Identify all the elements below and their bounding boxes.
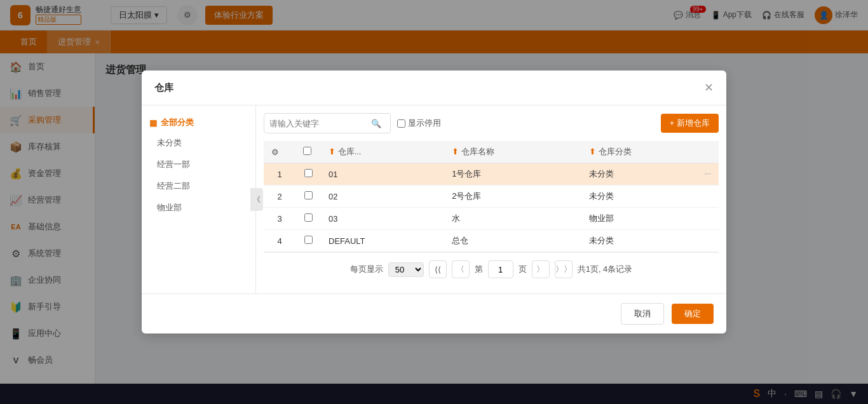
cancel-button[interactable]: 取消: [621, 303, 664, 325]
row-name: 水: [444, 208, 581, 230]
row-category: 未分类: [581, 230, 719, 252]
row-category: 未分类: [581, 185, 719, 208]
row-checkbox[interactable]: [304, 191, 313, 199]
modal-body: ▦ 全部分类 未分类 经营一部 经营二部 物业部 《: [142, 105, 726, 293]
modal-footer: 取消 确定: [142, 293, 726, 333]
sort-icon: ⬆: [329, 147, 336, 156]
row-checkbox-cell: [295, 230, 321, 252]
table-panel: 🔍 显示停用 + 新增仓库 ⚙: [256, 105, 726, 293]
page-label: 第: [475, 264, 483, 275]
sort-icon3: ⬆: [589, 147, 596, 156]
row-checkbox-cell: [295, 208, 321, 230]
search-box: 🔍: [264, 113, 391, 133]
col-header-gear: ⚙: [264, 141, 295, 163]
row-checkbox[interactable]: [304, 213, 313, 222]
confirm-button[interactable]: 确定: [672, 304, 714, 324]
table-row[interactable]: 3 03 水 物业部: [264, 208, 719, 230]
table-row[interactable]: 4 DEFAULT 总仓 未分类: [264, 230, 719, 252]
row-index: 3: [264, 208, 295, 230]
row-name: 总仓: [444, 230, 581, 252]
tree-collapse-button[interactable]: 《: [250, 188, 263, 211]
show-disabled-checkbox[interactable]: [397, 119, 405, 128]
grid-icon: ▦: [149, 118, 157, 128]
tree-item-uncategorized[interactable]: 未分类: [142, 132, 255, 154]
table-body: 1 01 1号仓库 未分类 ···: [264, 163, 719, 252]
page-last-button[interactable]: 〉〉: [555, 260, 573, 278]
tree-item-property[interactable]: 物业部: [142, 197, 255, 219]
search-icon[interactable]: 🔍: [371, 119, 381, 128]
gear-icon[interactable]: ⚙: [271, 147, 279, 157]
row-index: 4: [264, 230, 295, 252]
page-unit: 页: [519, 264, 527, 275]
tree-root-label: 全部分类: [161, 117, 194, 128]
table-container: ⚙ ⬆ 仓库... ⬆: [264, 141, 719, 252]
row-code: 01: [321, 163, 444, 185]
row-code: DEFAULT: [321, 230, 444, 252]
category-tree-panel: ▦ 全部分类 未分类 经营一部 经营二部 物业部 《: [142, 105, 256, 293]
row-actions-icon[interactable]: ···: [704, 168, 711, 178]
tree-root-item[interactable]: ▦ 全部分类: [142, 113, 255, 132]
per-page-label: 每页显示: [350, 264, 383, 275]
modal-header: 仓库 ✕: [142, 71, 726, 105]
row-category: 未分类 ···: [581, 163, 719, 185]
col-header-name: ⬆ 仓库名称: [444, 141, 581, 163]
warehouse-table: ⚙ ⬆ 仓库... ⬆: [264, 141, 719, 252]
row-index: 2: [264, 185, 295, 208]
total-label: 共1页, 4条记录: [578, 264, 633, 275]
row-checkbox-cell: [295, 163, 321, 185]
tree-item-dept1[interactable]: 经营一部: [142, 154, 255, 175]
table-header: ⚙ ⬆ 仓库... ⬆: [264, 141, 719, 163]
col-header-check: [295, 141, 321, 163]
search-input[interactable]: [269, 119, 371, 128]
per-page-select[interactable]: 50 20 100: [388, 262, 424, 277]
row-name: 1号仓库: [444, 163, 581, 185]
row-checkbox[interactable]: [304, 169, 313, 177]
table-row[interactable]: 2 02 2号仓库 未分类: [264, 185, 719, 208]
pagination: 每页显示 50 20 100 ⟨⟨ 〈 第 页 〉 〉〉 共1页, 4条记录: [264, 252, 719, 286]
table-toolbar: 🔍 显示停用 + 新增仓库: [264, 113, 719, 133]
add-warehouse-button[interactable]: + 新增仓库: [661, 114, 719, 133]
row-name: 2号仓库: [444, 185, 581, 208]
row-code: 03: [321, 208, 444, 230]
page-input[interactable]: [488, 260, 513, 278]
select-all-checkbox[interactable]: [303, 147, 311, 155]
sort-icon2: ⬆: [452, 147, 459, 156]
col-header-code: ⬆ 仓库...: [321, 141, 444, 163]
show-disabled-checkbox-label[interactable]: 显示停用: [397, 118, 441, 129]
table-row[interactable]: 1 01 1号仓库 未分类 ···: [264, 163, 719, 185]
page-first-button[interactable]: ⟨⟨: [429, 260, 447, 278]
page-next-button[interactable]: 〉: [532, 260, 550, 278]
row-code: 02: [321, 185, 444, 208]
row-checkbox-cell: [295, 185, 321, 208]
warehouse-modal: 仓库 ✕ ▦ 全部分类 未分类 经营一部 经营二部: [142, 71, 726, 333]
page-prev-button[interactable]: 〈: [452, 260, 470, 278]
row-checkbox[interactable]: [304, 236, 313, 244]
tree-item-dept2[interactable]: 经营二部: [142, 175, 255, 197]
modal-overlay: 仓库 ✕ ▦ 全部分类 未分类 经营一部 经营二部: [0, 0, 868, 404]
row-category: 物业部: [581, 208, 719, 230]
col-header-category: ⬆ 仓库分类: [581, 141, 719, 163]
modal-close-button[interactable]: ✕: [704, 81, 714, 95]
show-disabled-label: 显示停用: [408, 118, 441, 129]
row-index: 1: [264, 163, 295, 185]
modal-title: 仓库: [154, 82, 173, 94]
